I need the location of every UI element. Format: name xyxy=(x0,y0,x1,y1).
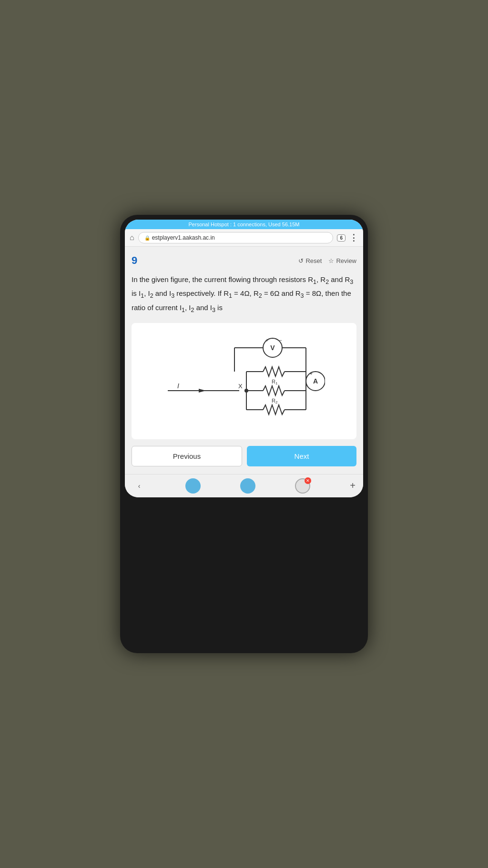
header-actions: ↺ Reset ☆ Review xyxy=(298,257,356,264)
home-icon[interactable]: ⌂ xyxy=(130,233,134,242)
svg-marker-12 xyxy=(199,389,206,393)
question-header: 9 ↺ Reset ☆ Review xyxy=(132,254,356,267)
x-badge: ✕ xyxy=(305,477,311,484)
content-area: 9 ↺ Reset ☆ Review In the given figure, … xyxy=(125,247,363,474)
reset-label: Reset xyxy=(305,257,322,264)
back-icon[interactable]: ‹ xyxy=(132,479,146,493)
review-button[interactable]: ☆ Review xyxy=(328,257,356,264)
question-text: In the given figure, the current flowing… xyxy=(132,273,356,315)
circle-nav-x[interactable]: ✕ xyxy=(295,478,310,494)
svg-text:−: − xyxy=(279,338,282,343)
more-icon[interactable]: ⋮ xyxy=(349,232,358,243)
nav-buttons: Previous Next xyxy=(132,446,356,466)
plus-icon[interactable]: + xyxy=(350,480,356,491)
previous-button[interactable]: Previous xyxy=(132,446,242,466)
bottom-nav: ‹ ✕ + xyxy=(125,474,363,497)
reset-button[interactable]: ↺ Reset xyxy=(298,257,322,264)
svg-text:+: + xyxy=(265,338,268,343)
svg-text:R1: R1 xyxy=(272,379,278,385)
phone-frame: Personal Hotspot : 1 connections, Used 5… xyxy=(120,215,368,653)
tab-count[interactable]: 6 xyxy=(337,234,346,242)
svg-text:A: A xyxy=(313,377,318,385)
svg-text:+: + xyxy=(310,371,313,376)
svg-text:I: I xyxy=(177,382,179,390)
browser-bar: ⌂ 🔒 estplayerv1.aakash.ac.in 6 ⋮ xyxy=(125,229,363,247)
star-icon: ☆ xyxy=(328,257,334,264)
svg-text:V: V xyxy=(270,344,275,352)
svg-text:X: X xyxy=(238,383,243,390)
lock-icon: 🔒 xyxy=(144,235,150,241)
url-bar[interactable]: 🔒 estplayerv1.aakash.ac.in xyxy=(138,232,334,243)
circle-nav-2[interactable] xyxy=(240,478,255,494)
svg-text:R2: R2 xyxy=(272,398,278,404)
status-text: Personal Hotspot : 1 connections, Used 5… xyxy=(189,222,300,227)
url-text: estplayerv1.aakash.ac.in xyxy=(152,234,215,241)
next-button[interactable]: Next xyxy=(247,446,356,466)
circuit-svg: V + − A + xyxy=(163,329,325,434)
phone-screen: Personal Hotspot : 1 connections, Used 5… xyxy=(125,220,363,497)
question-number: 9 xyxy=(132,254,137,267)
review-label: Review xyxy=(336,257,356,264)
circuit-diagram: V + − A + xyxy=(132,323,356,439)
reset-icon: ↺ xyxy=(298,257,304,264)
circle-nav-1[interactable] xyxy=(185,478,201,494)
status-bar: Personal Hotspot : 1 connections, Used 5… xyxy=(125,220,363,229)
